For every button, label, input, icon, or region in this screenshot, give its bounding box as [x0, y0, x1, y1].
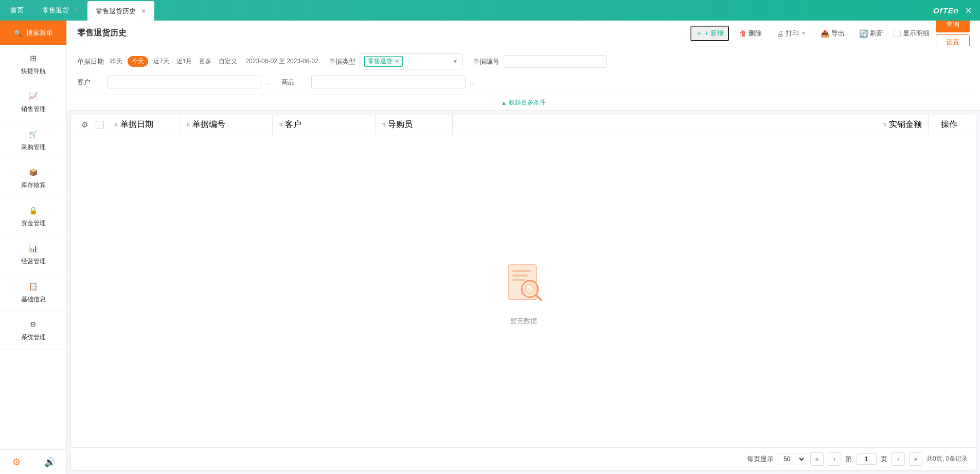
- doc-type-label: 单据类型: [329, 57, 355, 66]
- sort-customer-icon[interactable]: ⇅: [279, 122, 283, 127]
- sidebar-item-system[interactable]: ⚙ 系统管理: [0, 312, 66, 350]
- brand-text: OfTEn: [933, 6, 959, 15]
- svg-rect-3: [512, 279, 525, 281]
- customer-input[interactable]: [107, 76, 261, 88]
- tab-retail-return[interactable]: 零售退货 ✕: [34, 0, 87, 21]
- sidebar-item-business[interactable]: 📊 经营管理: [0, 235, 66, 274]
- sidebar-item-base-info[interactable]: 📋 基础信息: [0, 274, 66, 312]
- purchase-icon: 🛒: [28, 129, 39, 140]
- query-settings-group: 查询 设置: [936, 21, 970, 50]
- tab-home-label: 首页: [10, 6, 24, 15]
- sidebar-item-purchase-label: 采购管理: [21, 143, 46, 152]
- window-close[interactable]: ✕: [965, 6, 972, 15]
- query-button[interactable]: 查询: [936, 21, 970, 32]
- sidebar-item-finance[interactable]: 🔒 资金管理: [0, 197, 66, 235]
- page-size-select[interactable]: 50 20 100: [778, 453, 806, 465]
- base-info-icon: 📋: [28, 281, 39, 292]
- sidebar: 🔍 搜索菜单 ⊞ 快捷导航 📈 销售管理 🛒 采购管理 📦 库存核算 🔒 资金管…: [0, 21, 67, 474]
- customer-more-icon[interactable]: ...: [265, 78, 271, 86]
- doc-no-input[interactable]: [504, 55, 607, 68]
- empty-icon: [498, 257, 549, 308]
- svg-point-7: [526, 285, 529, 288]
- empty-text: 暂无数据: [510, 317, 537, 326]
- doc-type-tag-close[interactable]: ✕: [395, 58, 399, 65]
- tab-home[interactable]: 首页: [0, 0, 34, 21]
- svg-point-5: [525, 284, 534, 294]
- sidebar-item-purchase-mgmt[interactable]: 🛒 采购管理: [0, 121, 66, 159]
- sidebar-item-quick-nav[interactable]: ⊞ 快捷导航: [0, 45, 66, 83]
- export-button[interactable]: 📤 导出: [816, 27, 849, 40]
- th-ops-label: 操作: [941, 119, 957, 130]
- sidebar-search-label: 搜索菜单: [26, 28, 53, 38]
- empty-state: 暂无数据: [71, 135, 976, 447]
- sidebar-item-inventory[interactable]: 📦 库存核算: [0, 159, 66, 197]
- finance-icon: 🔒: [28, 205, 39, 216]
- product-input[interactable]: [311, 76, 466, 88]
- tab-retail-return-history[interactable]: 零售退货历史 ✕: [87, 1, 154, 22]
- date-opt-yesterday[interactable]: 昨天: [108, 56, 124, 67]
- sidebar-search[interactable]: 🔍 搜索菜单: [0, 21, 66, 45]
- print-button[interactable]: 🖨 打印 ▼: [772, 27, 810, 40]
- show-detail-checkbox[interactable]: [894, 30, 901, 37]
- collapse-up-icon: ▲: [501, 100, 507, 106]
- customer-label: 客户: [77, 78, 103, 87]
- column-settings-btn[interactable]: ⚙: [77, 118, 92, 132]
- tab-retail-return-history-label: 零售退货历史: [96, 7, 136, 16]
- sidebar-gear-btn[interactable]: ⚙: [0, 450, 33, 474]
- page-input[interactable]: [856, 453, 877, 465]
- sort-no-icon[interactable]: ⇅: [186, 122, 190, 127]
- refresh-icon: 🔄: [859, 29, 868, 38]
- date-range: 2023-06-02 至 2023-06-02: [245, 57, 318, 66]
- doc-no-filter: 单据编号: [473, 55, 607, 68]
- doc-type-tag-text: 零售退货: [368, 57, 393, 66]
- select-all-checkbox[interactable]: [96, 121, 104, 129]
- total-info: 共0页, 0条记录: [926, 454, 968, 463]
- sidebar-item-base-info-label: 基础信息: [21, 295, 46, 304]
- tab-retail-return-close[interactable]: ✕: [74, 7, 79, 14]
- top-bar: 首页 零售退货 ✕ 零售退货历史 ✕ OfTEn ✕: [0, 0, 980, 21]
- date-filter: 单据日期 昨天 今天 近7天 近1月 更多 自定义 2023-06-02 至 2…: [77, 56, 318, 67]
- sidebar-item-system-label: 系统管理: [21, 333, 46, 342]
- sort-amount-icon[interactable]: ⇅: [883, 122, 887, 127]
- refresh-label: 刷新: [870, 29, 883, 38]
- business-icon: 📊: [28, 243, 39, 254]
- sales-icon: 📈: [28, 90, 39, 102]
- table-area: ⚙ ⇅ 单据日期 ⇅ 单据编号 ⇅ 客户: [71, 115, 976, 470]
- th-no: ⇅ 单据编号: [180, 115, 273, 135]
- date-opt-last1month[interactable]: 近1月: [174, 56, 194, 67]
- quick-nav-icon: ⊞: [28, 52, 39, 64]
- last-page-btn[interactable]: »: [909, 452, 922, 466]
- page-unit: 页: [881, 454, 887, 464]
- doc-type-select[interactable]: 零售退货 ✕ ▼: [360, 53, 462, 69]
- print-icon: 🖨: [776, 29, 783, 38]
- sidebar-item-sales-mgmt[interactable]: 📈 销售管理: [0, 83, 66, 121]
- page-header: 零售退货历史 ＋ + 新增 🗑 删除 🖨 打印 ▼ 📤 导出: [67, 21, 980, 46]
- first-page-btn[interactable]: «: [810, 452, 824, 466]
- sort-guide-icon[interactable]: ⇅: [382, 122, 386, 127]
- new-button[interactable]: ＋ + 新增: [690, 26, 729, 41]
- show-detail-toggle[interactable]: 显示明细: [894, 29, 930, 38]
- date-opt-custom[interactable]: 自定义: [217, 56, 239, 67]
- next-page-btn[interactable]: ›: [892, 452, 905, 466]
- collapse-bar[interactable]: ▲ 收起更多条件: [77, 95, 970, 110]
- prev-page-btn[interactable]: ‹: [828, 452, 841, 466]
- delete-icon: 🗑: [739, 29, 746, 38]
- table-toolbar: ⚙ ⇅ 单据日期 ⇅ 单据编号 ⇅ 客户: [71, 115, 976, 135]
- th-customer-label: 客户: [285, 119, 301, 130]
- date-opt-today[interactable]: 今天: [128, 56, 148, 67]
- sort-date-icon[interactable]: ⇅: [114, 122, 118, 127]
- th-amount-label: 实销金额: [889, 119, 922, 130]
- date-opt-last7[interactable]: 近7天: [151, 56, 171, 67]
- filter-row-1: 单据日期 昨天 今天 近7天 近1月 更多 自定义 2023-06-02 至 2…: [77, 53, 970, 69]
- date-label: 单据日期: [77, 57, 104, 66]
- sidebar-sound-btn[interactable]: 🔊: [33, 450, 67, 474]
- collapse-label: 收起更多条件: [509, 98, 546, 107]
- date-opt-more[interactable]: 更多: [197, 56, 213, 67]
- delete-button[interactable]: 🗑 删除: [735, 27, 766, 40]
- print-label: 打印: [786, 29, 799, 38]
- product-more-icon[interactable]: ...: [470, 78, 475, 86]
- tab-retail-return-history-close[interactable]: ✕: [141, 8, 146, 15]
- plus-icon: ＋: [696, 29, 703, 38]
- refresh-button[interactable]: 🔄 刷新: [855, 27, 887, 40]
- th-amount: ⇅ 实销金额: [453, 115, 929, 135]
